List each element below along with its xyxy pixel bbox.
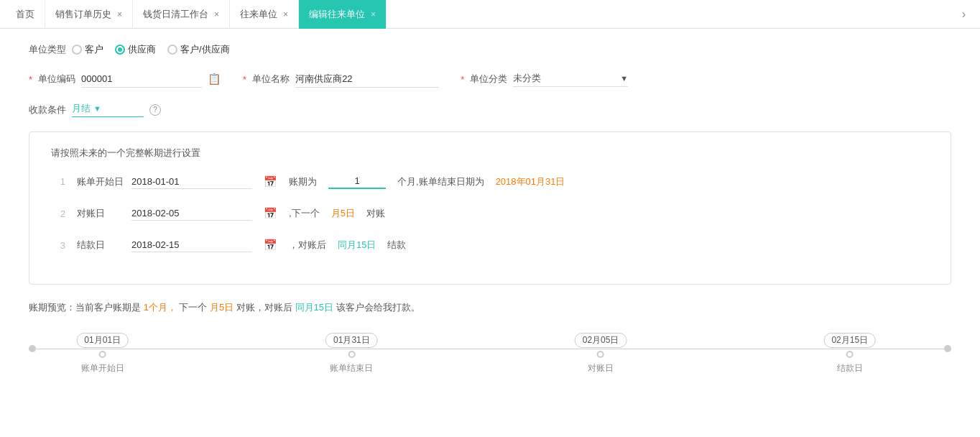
help-icon[interactable]: ? [149, 104, 161, 116]
months-input[interactable] [328, 174, 386, 189]
payment-value: 月结 [72, 102, 91, 115]
period-row2-after: 对账 [366, 207, 385, 220]
code-input[interactable] [81, 70, 202, 88]
tab-partner[interactable]: 往来单位 × [230, 0, 299, 29]
code-calendar-icon[interactable]: 📋 [208, 73, 221, 86]
unit-type-label: 单位类型 [29, 43, 66, 56]
payment-label: 收款条件 [29, 104, 66, 116]
timeline: 01月01日 账单开始日 01月31日 账单结束日 02月05日 对账日 02月… [29, 333, 951, 390]
timeline-dot-1 [99, 351, 106, 358]
payment-row: 收款条件 月结 ▼ ? [29, 102, 951, 117]
period-months-unit: 个月,账单结束日期为 [397, 175, 484, 188]
timeline-label-2: 账单结束日 [330, 362, 373, 374]
name-label: 单位名称 [252, 73, 290, 86]
period-calendar-1[interactable]: 📅 [264, 175, 277, 188]
tab-sales-close[interactable]: × [117, 9, 122, 19]
preview-part3: 同月15日 [295, 302, 333, 313]
tab-home-label: 首页 [16, 8, 34, 21]
radio-both[interactable]: 客户/供应商 [167, 43, 230, 56]
period-row2-highlight: 月5日 [331, 207, 355, 220]
tab-sales-history[interactable]: 销售订单历史 × [45, 0, 133, 29]
tab-edit-partner[interactable]: 编辑往来单位 × [299, 0, 387, 29]
name-input[interactable] [295, 70, 439, 88]
tab-partner-label: 往来单位 [240, 8, 277, 21]
timeline-dot-3 [597, 351, 604, 358]
tab-partner-close[interactable]: × [283, 9, 288, 19]
tab-edit-partner-close[interactable]: × [371, 9, 376, 19]
unit-type-group: 单位类型 客户 供应商 客户/供应商 [29, 43, 230, 56]
period-instruction: 请按照未来的一个完整帐期进行设置 [51, 147, 929, 160]
category-group: * 单位分类 未分类 ▼ [461, 72, 628, 87]
timeline-point-4: 02月15日 结款日 [823, 333, 876, 374]
timeline-dot-4 [846, 351, 854, 358]
period-end-date: 2018年01月31日 [496, 175, 565, 188]
category-value: 未分类 [513, 72, 541, 85]
period-row-3: 3 结款日 📅 ，对账后 同月15日 结款 [51, 238, 929, 252]
timeline-label-1: 账单开始日 [81, 362, 124, 374]
code-label: 单位编码 [38, 73, 75, 86]
timeline-label-4: 结款日 [837, 362, 863, 374]
timeline-pill-2: 01月31日 [325, 333, 378, 348]
preview-part3-suffix: 该客户会给我打款。 [336, 302, 420, 313]
timeline-point-3: 02月05日 对账日 [575, 333, 627, 374]
preview-label: 账期预览：当前客户账期是 [29, 302, 141, 313]
period-date-input-2[interactable] [131, 206, 252, 221]
timeline-pill-4: 02月15日 [823, 333, 876, 348]
timeline-start-dot [29, 345, 36, 352]
period-num-3: 3 [51, 240, 65, 251]
period-row3-highlight: 同月15日 [338, 239, 376, 252]
radio-supplier-label: 供应商 [128, 43, 156, 56]
timeline-pill-1: 01月01日 [76, 333, 129, 348]
radio-both-circle [167, 45, 177, 55]
tab-cash-work[interactable]: 钱货日清工作台 × [133, 0, 230, 29]
timeline-point-1: 01月01日 账单开始日 [76, 333, 129, 374]
tab-overflow-chevron[interactable]: › [953, 8, 974, 21]
radio-customer-circle [72, 45, 82, 55]
radio-customer[interactable]: 客户 [72, 43, 103, 56]
code-name-category-row: * 单位编码 📋 * 单位名称 * 单位分类 未分类 ▼ [29, 70, 951, 88]
preview-part1-suffix: 下一个 [179, 302, 207, 313]
category-chevron-icon: ▼ [620, 74, 628, 83]
timeline-end-dot [944, 345, 951, 352]
timeline-pill-3: 02月05日 [575, 333, 627, 348]
cat-required-star: * [461, 74, 464, 85]
preview-part2-suffix: 对账，对账后 [236, 302, 292, 313]
period-field-label-2: 对账日 [77, 207, 120, 220]
tab-bar: 首页 销售订单历史 × 钱货日清工作台 × 往来单位 × 编辑往来单位 × › [0, 0, 980, 29]
period-suffix-1: 账期为 [289, 175, 317, 188]
period-calendar-3[interactable]: 📅 [264, 239, 277, 252]
radio-group: 客户 供应商 客户/供应商 [72, 43, 230, 56]
preview-part2: 月5日 [210, 302, 234, 313]
period-box: 请按照未来的一个完整帐期进行设置 1 账单开始日 📅 账期为 个月,账单结束日期… [29, 132, 951, 285]
radio-supplier-circle [115, 45, 125, 55]
tab-cash-close[interactable]: × [214, 9, 219, 19]
radio-supplier[interactable]: 供应商 [115, 43, 156, 56]
unit-type-row: 单位类型 客户 供应商 客户/供应商 [29, 43, 951, 56]
period-row-2: 2 对账日 📅 ,下一个 月5日 对账 [51, 206, 929, 221]
radio-customer-label: 客户 [85, 43, 103, 56]
radio-both-label: 客户/供应商 [180, 43, 230, 56]
period-calendar-2[interactable]: 📅 [264, 207, 277, 220]
category-dropdown[interactable]: 未分类 ▼ [513, 72, 628, 87]
payment-dropdown[interactable]: 月结 ▼ [72, 102, 144, 117]
tab-home[interactable]: 首页 [6, 0, 45, 29]
period-field-label-3: 结款日 [77, 239, 120, 252]
timeline-point-2: 01月31日 账单结束日 [325, 333, 378, 374]
timeline-dot-2 [348, 351, 355, 358]
period-row2-before: ,下一个 [289, 207, 320, 220]
code-group: * 单位编码 📋 [29, 70, 221, 88]
payment-group: 收款条件 月结 ▼ ? [29, 102, 161, 117]
timeline-label-3: 对账日 [588, 362, 614, 374]
preview-part1: 1个月， [144, 302, 177, 313]
name-group: * 单位名称 [243, 70, 439, 88]
period-num-1: 1 [51, 176, 65, 187]
period-date-input-1[interactable] [131, 175, 252, 189]
cat-label: 单位分类 [470, 73, 507, 86]
tab-edit-partner-label: 编辑往来单位 [309, 8, 365, 21]
period-date-input-3[interactable] [131, 238, 252, 252]
code-required-star: * [29, 74, 32, 85]
period-num-2: 2 [51, 208, 65, 219]
period-row3-after: 结款 [387, 239, 406, 252]
preview-text: 账期预览：当前客户账期是 1个月， 下一个 月5日 对账，对账后 同月15日 该… [29, 299, 951, 316]
period-row3-before: ，对账后 [289, 239, 326, 252]
